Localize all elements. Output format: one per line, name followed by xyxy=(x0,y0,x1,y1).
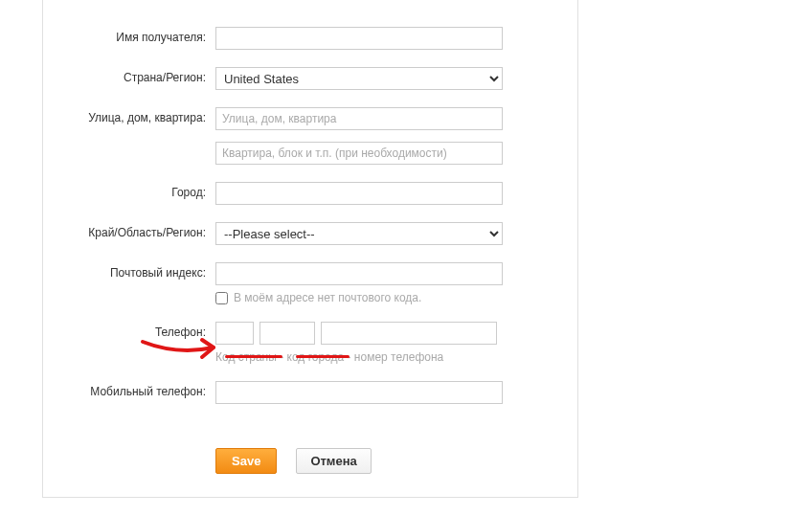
label-city: Город: xyxy=(43,182,215,199)
country-select[interactable]: United States xyxy=(215,67,503,90)
phone-hint: Код страны - код города - номер телефона xyxy=(215,350,531,364)
zip-input[interactable] xyxy=(215,262,503,285)
label-mobile: Мобильный телефон: xyxy=(43,381,215,398)
street-input-1[interactable] xyxy=(215,107,503,130)
label-recipient: Имя получателя: xyxy=(43,27,215,44)
no-zip-checkbox[interactable] xyxy=(215,292,228,304)
phone-area-code-input[interactable] xyxy=(259,322,315,345)
region-select[interactable]: --Please select-- xyxy=(215,222,503,245)
cancel-button[interactable]: Отмена xyxy=(296,448,371,474)
recipient-input[interactable] xyxy=(215,27,503,50)
phone-country-code-input[interactable] xyxy=(215,322,254,345)
mobile-input[interactable] xyxy=(215,381,503,404)
label-zip: Почтовый индекс: xyxy=(43,262,215,280)
label-phone: Телефон: xyxy=(43,322,215,339)
no-zip-label: В моём адресе нет почтового кода. xyxy=(234,291,421,304)
label-country: Страна/Регион: xyxy=(43,67,215,84)
label-street: Улица, дом, квартира: xyxy=(43,107,215,124)
address-form-panel: Имя получателя: Страна/Регион: United St… xyxy=(42,0,578,498)
phone-number-input[interactable] xyxy=(321,322,497,345)
label-region: Край/Область/Регион: xyxy=(43,222,215,239)
city-input[interactable] xyxy=(215,182,503,205)
street-input-2[interactable] xyxy=(215,142,503,165)
save-button[interactable]: Save xyxy=(215,448,277,474)
